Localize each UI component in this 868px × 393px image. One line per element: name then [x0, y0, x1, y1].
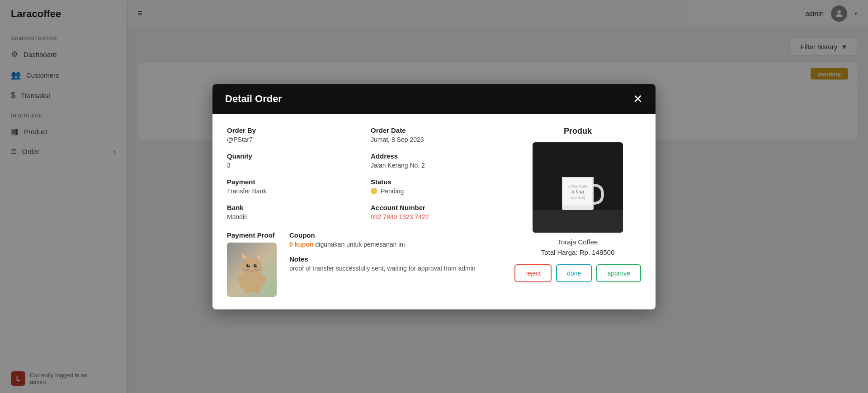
svg-point-2: [242, 257, 262, 276]
coupon-notes-area: Coupon 0 kupon digunakan untuk pemesanan…: [289, 231, 500, 272]
payment-value: Transfer Bank: [227, 187, 356, 195]
product-price: Total Harga: Rp. 148500: [541, 248, 615, 256]
order-date-field: Order Date Jumat, 8 Sep 2023: [371, 126, 500, 143]
quantity-field: Quanity 3: [227, 152, 356, 169]
svg-text:coffee is like: coffee is like: [568, 184, 588, 188]
order-date-label: Order Date: [371, 126, 500, 134]
status-label: Status: [371, 178, 500, 186]
svg-point-10: [255, 264, 257, 266]
order-grid: Order By @PStar7 Order Date Jumat, 8 Sep…: [227, 126, 500, 220]
status-dot-icon: [371, 188, 377, 194]
order-date-value: Jumat, 8 Sep 2023: [371, 136, 500, 143]
product-image: coffee is like a hug in a mug: [533, 142, 623, 233]
account-number-label: Account Number: [371, 204, 500, 211]
coupon-suffix: digunakan untuk pemesanan ini: [316, 241, 405, 248]
coupon-label: Coupon: [289, 231, 500, 239]
address-field: Address Jalan Kerang No. 2: [371, 152, 500, 169]
address-label: Address: [371, 152, 500, 160]
detail-order-modal: Detail Order ✕ Order By @PStar7 Order Da…: [212, 84, 656, 309]
bank-value: Mandiri: [227, 213, 356, 220]
coupon-highlight: 0 kupon: [289, 241, 314, 248]
action-buttons: reject done approve: [514, 264, 641, 282]
modal-order-info: Order By @PStar7 Order Date Jumat, 8 Sep…: [227, 126, 500, 297]
account-number-value: 092 7840 1923 7422: [371, 213, 500, 220]
status-field: Status Pending: [371, 178, 500, 195]
notes-label: Notes: [289, 255, 500, 263]
order-by-field: Order By @PStar7: [227, 126, 356, 143]
bank-field: Bank Mandiri: [227, 204, 356, 220]
produk-title: Produk: [564, 126, 592, 136]
modal-body: Order By @PStar7 Order Date Jumat, 8 Sep…: [212, 114, 656, 309]
payment-proof-label: Payment Proof: [227, 231, 277, 239]
quantity-value: 3: [227, 162, 356, 169]
svg-text:a hug: a hug: [571, 189, 584, 194]
done-button[interactable]: done: [556, 264, 592, 282]
notes-value: proof of transfer successfully sent, wai…: [289, 265, 500, 272]
payment-field: Payment Transfer Bank: [227, 178, 356, 195]
svg-point-7: [246, 264, 250, 267]
payment-proof-section: Payment Proof: [227, 231, 500, 297]
bank-label: Bank: [227, 204, 356, 211]
svg-point-9: [248, 264, 250, 266]
payment-proof-image: [227, 243, 277, 297]
payment-proof-area: Payment Proof: [227, 231, 277, 297]
svg-point-19: [254, 286, 260, 294]
product-name: Toraja Coffee: [558, 238, 598, 246]
close-icon[interactable]: ✕: [633, 93, 643, 105]
modal-title: Detail Order: [225, 93, 282, 105]
order-by-label: Order By: [227, 126, 356, 134]
svg-rect-24: [576, 165, 580, 168]
approve-button[interactable]: approve: [596, 264, 641, 282]
order-by-value: @PStar7: [227, 136, 356, 143]
modal-overlay[interactable]: Detail Order ✕ Order By @PStar7 Order Da…: [0, 0, 868, 393]
quantity-label: Quanity: [227, 152, 356, 160]
address-value: Jalan Kerang No. 2: [371, 162, 500, 169]
svg-text:in a mug: in a mug: [571, 196, 585, 200]
modal-product-section: Produk: [514, 126, 641, 297]
payment-label: Payment: [227, 178, 356, 186]
reject-button[interactable]: reject: [514, 264, 552, 282]
svg-rect-20: [533, 210, 623, 233]
account-number-field: Account Number 092 7840 1923 7422: [371, 204, 500, 220]
modal-header: Detail Order ✕: [212, 84, 656, 114]
status-value: Pending: [381, 187, 404, 195]
svg-point-18: [244, 286, 250, 294]
coupon-text: 0 kupon digunakan untuk pemesanan ini: [289, 241, 500, 248]
svg-point-8: [254, 264, 257, 267]
